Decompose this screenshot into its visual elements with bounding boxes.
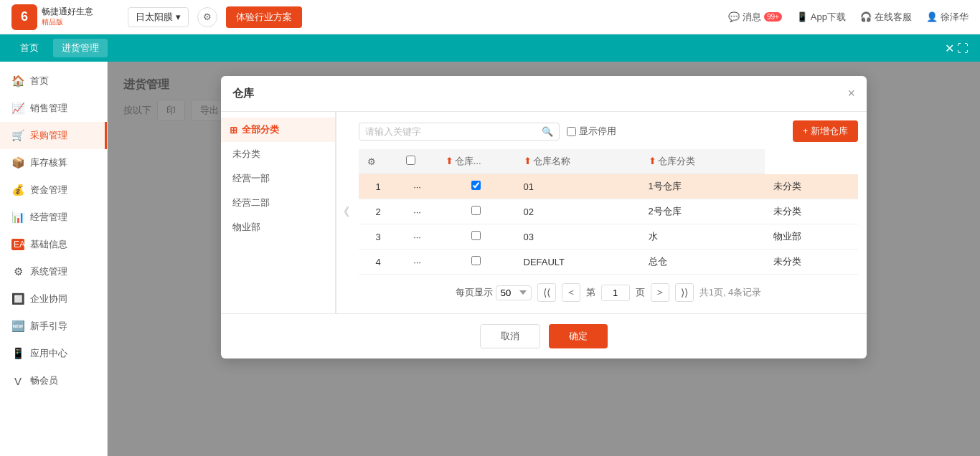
online-service-item[interactable]: 🎧 在线客服 (860, 11, 912, 24)
page-suffix: 页 (636, 286, 645, 299)
user-item[interactable]: 👤 徐泽华 (926, 11, 969, 24)
message-icon: 💬 (728, 11, 740, 22)
modal-title: 仓库 (232, 87, 254, 100)
system-icon: ⚙ (11, 265, 24, 278)
row-code: 02 (515, 199, 640, 224)
col-header-checkbox (397, 149, 436, 174)
row-checkbox-cell[interactable] (437, 224, 515, 250)
sidebar-item-basic-info[interactable]: EA 基础信息 (0, 231, 107, 258)
row-name: 1号仓库 (640, 174, 765, 199)
nav-close-icon[interactable]: ✕ ⛶ (945, 42, 969, 55)
page-number-input[interactable] (601, 285, 630, 301)
confirm-button[interactable]: 确定 (549, 324, 608, 348)
row-name: 2号仓库 (640, 199, 765, 224)
home-icon: 🏠 (11, 75, 24, 87)
sidebar-item-apps[interactable]: 📱 应用中心 (0, 340, 107, 367)
table-row[interactable]: 1 ··· 01 1号仓库 未分类 (359, 174, 858, 199)
nav-home[interactable]: 首页 (11, 39, 47, 57)
category-item-property[interactable]: 物业部 (221, 215, 335, 239)
total-label: 共1页, 4条记录 (699, 286, 762, 299)
prev-page-btn[interactable]: ＜ (562, 283, 580, 302)
row-gear[interactable]: ··· (397, 224, 436, 250)
messages-item[interactable]: 💬 消息 99+ (728, 11, 782, 24)
page-size-select: 每页显示 50 100 (456, 285, 532, 300)
row-checkbox[interactable] (471, 181, 481, 190)
table-toolbar: 🔍 显示停用 + 新增仓库 (359, 120, 858, 142)
sidebar-item-home[interactable]: 🏠 首页 (0, 67, 107, 95)
per-page-select[interactable]: 50 100 (496, 285, 532, 300)
store-selector[interactable]: 日太阳膜 ▾ (128, 7, 189, 27)
category-header-all[interactable]: ⊞ 全部分类 (221, 118, 335, 142)
col-header-code: ⬆仓库... (437, 149, 515, 174)
sidebar-item-collab[interactable]: 🔲 企业协同 (0, 285, 107, 313)
category-item-dept2[interactable]: 经营二部 (221, 191, 335, 215)
col-header-category: ⬆仓库分类 (640, 149, 765, 174)
nav-purchase[interactable]: 进货管理 (53, 39, 108, 57)
row-code: 01 (515, 174, 640, 199)
row-checkbox-cell[interactable] (437, 199, 515, 224)
app-download-label: App下载 (811, 11, 846, 24)
row-num: 3 (359, 224, 397, 250)
table-row[interactable]: 2 ··· 02 2号仓库 未分类 (359, 199, 858, 224)
try-solution-button[interactable]: 体验行业方案 (226, 6, 302, 28)
app-download-item[interactable]: 📱 App下载 (796, 11, 846, 24)
sidebar-item-vip[interactable]: V 畅会员 (0, 367, 107, 394)
row-gear[interactable]: ··· (397, 250, 436, 275)
select-all-checkbox[interactable] (406, 156, 415, 165)
last-page-btn[interactable]: ⟩⟩ (675, 283, 694, 302)
mobile-icon: 📱 (796, 11, 808, 22)
basic-info-icon: EA (11, 239, 24, 250)
next-page-btn[interactable]: ＞ (651, 283, 669, 302)
row-category: 物业部 (765, 224, 859, 250)
modal-overlay: 仓库 × ⊞ 全部分类 未分类 经营一部 经营二部 物业部 (108, 62, 980, 456)
gear-icon: ⚙ (203, 11, 212, 22)
row-checkbox[interactable] (471, 256, 481, 265)
row-checkbox-cell[interactable] (437, 174, 515, 199)
sidebar-label-apps: 应用中心 (30, 347, 67, 360)
app-name: 畅捷通好生意 (42, 6, 93, 18)
modal-close-icon[interactable]: × (847, 86, 855, 101)
sidebar: 🏠 首页 📈 销售管理 🛒 采购管理 📦 库存核算 💰 资金管理 📊 经营管理 … (0, 62, 108, 456)
first-page-btn[interactable]: ⟨⟨ (537, 283, 556, 302)
top-header: 6 畅捷通好生意 精品版 日太阳膜 ▾ ⚙ 体验行业方案 💬 消息 99+ 📱 … (0, 0, 980, 34)
show-disabled-checkbox[interactable] (567, 127, 576, 136)
settings-icon-btn[interactable]: ⚙ (197, 7, 217, 27)
collapse-category-btn[interactable]: 《 (336, 112, 350, 313)
search-input[interactable] (365, 126, 537, 137)
row-action-icon: ··· (413, 232, 421, 242)
row-action-icon: ··· (413, 181, 421, 192)
row-checkbox[interactable] (471, 231, 481, 240)
modal-body: ⊞ 全部分类 未分类 经营一部 经营二部 物业部 《 (221, 112, 867, 313)
sidebar-item-operations[interactable]: 📊 经营管理 (0, 204, 107, 231)
sidebar-item-system[interactable]: ⚙ 系统管理 (0, 258, 107, 285)
row-num: 2 (359, 199, 397, 224)
search-icon[interactable]: 🔍 (542, 126, 553, 137)
modal-footer: 取消 确定 (221, 313, 867, 358)
row-code: DEFAULT (515, 250, 640, 275)
page-label: 第 (586, 286, 595, 299)
sidebar-item-finance[interactable]: 💰 资金管理 (0, 176, 107, 204)
sidebar-label-newbie: 新手引导 (30, 320, 67, 333)
col-header-name: ⬆仓库名称 (515, 149, 640, 174)
table-header-row: ⚙ ⬆仓库... ⬆仓库名称 ⬆仓库分类 (359, 149, 858, 174)
sidebar-item-purchase[interactable]: 🛒 采购管理 (0, 122, 107, 149)
add-warehouse-button[interactable]: + 新增仓库 (793, 120, 858, 142)
sidebar-item-newbie[interactable]: 🆕 新手引导 (0, 313, 107, 340)
cancel-button[interactable]: 取消 (480, 324, 540, 348)
sidebar-item-inventory[interactable]: 📦 库存核算 (0, 149, 107, 176)
category-all-label: 全部分类 (242, 123, 279, 136)
sidebar-item-sales[interactable]: 📈 销售管理 (0, 95, 107, 122)
table-row[interactable]: 4 ··· DEFAULT 总仓 未分类 (359, 250, 858, 275)
show-disabled-toggle[interactable]: 显示停用 (567, 125, 616, 138)
row-name: 总仓 (640, 250, 765, 275)
store-name: 日太阳膜 (136, 11, 173, 24)
headset-icon: 🎧 (860, 11, 872, 22)
row-action-icon: ··· (413, 257, 421, 267)
category-item-unclassified[interactable]: 未分类 (221, 142, 335, 166)
category-item-dept1[interactable]: 经营一部 (221, 166, 335, 191)
table-row[interactable]: 3 ··· 03 水 物业部 (359, 224, 858, 250)
row-checkbox[interactable] (471, 206, 481, 215)
row-checkbox-cell[interactable] (437, 250, 515, 275)
row-gear[interactable]: ··· (397, 199, 436, 224)
row-gear[interactable]: ··· (397, 174, 436, 199)
